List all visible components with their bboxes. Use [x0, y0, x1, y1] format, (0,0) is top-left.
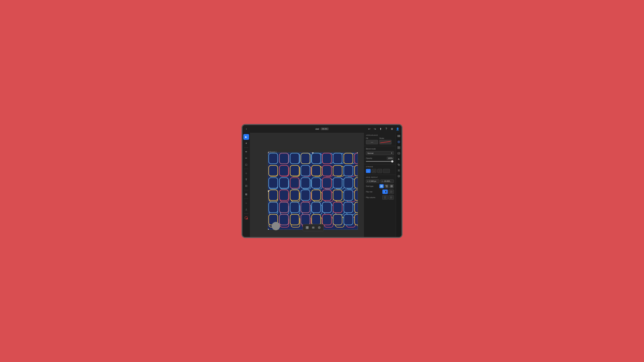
zoom-level[interactable]: 39.3% — [321, 128, 328, 130]
undo-button[interactable]: ↩ — [367, 127, 371, 131]
flip-column-row: Flip column — [366, 195, 394, 200]
svg-rect-97 — [387, 186, 388, 187]
flip-column-buttons — [382, 195, 394, 200]
stroke-solid-btn[interactable]: — — [366, 169, 371, 173]
svg-rect-31 — [312, 178, 321, 188]
svg-rect-15 — [333, 153, 342, 164]
right-panel-container: APPEARANCE Fill — Stroke — [364, 133, 402, 237]
svg-rect-83 — [306, 228, 307, 229]
adjust-tool[interactable]: ⊥ — [243, 206, 249, 212]
layers-panel-icon[interactable] — [397, 134, 401, 138]
svg-rect-20 — [290, 165, 299, 176]
text-tool[interactable]: T — [243, 177, 249, 182]
assets-panel-icon[interactable] — [397, 145, 401, 150]
svg-rect-11 — [290, 153, 299, 164]
direct-select-tool[interactable]: ✦ — [243, 140, 249, 146]
grid-type-brick-h-btn[interactable] — [384, 184, 389, 188]
canvas-area[interactable]: Artboard 1 — [250, 133, 364, 237]
stroke-dotted-btn[interactable]: ·· — [377, 169, 382, 173]
settings-button[interactable]: ⚙ — [390, 127, 394, 131]
blend-mode-value: Normal — [368, 152, 373, 154]
stroke-color-btn[interactable] — [243, 215, 249, 221]
stroke-section: STROKE — - - ·· — [364, 164, 396, 175]
appearance-section: APPEARANCE Fill — Stroke — [364, 133, 396, 146]
flip-row-flipped-btn[interactable] — [388, 190, 394, 194]
appearance-panel-icon[interactable] — [397, 140, 401, 144]
artboard-label: Artboard 1 — [268, 151, 276, 153]
svg-rect-48 — [301, 202, 310, 213]
svg-rect-50 — [322, 202, 332, 213]
stroke-red-line — [380, 141, 390, 143]
stroke-dashed-btn[interactable]: - - — [372, 169, 376, 173]
stroke-swatch[interactable] — [379, 140, 392, 144]
select-tool[interactable]: ▶ — [243, 134, 249, 140]
svg-rect-94 — [386, 185, 386, 186]
svg-rect-105 — [391, 191, 392, 193]
svg-rect-119 — [399, 148, 400, 149]
flip-column-normal-btn[interactable] — [382, 195, 388, 200]
float-action-button[interactable] — [272, 222, 280, 230]
svg-rect-44 — [354, 190, 358, 200]
more-panel-icon[interactable] — [397, 174, 401, 178]
svg-rect-27 — [269, 178, 278, 188]
opacity-slider-fill — [366, 161, 393, 162]
grid-width-input[interactable]: ⊞ 1.546 px — [366, 179, 379, 183]
grid-type-buttons — [379, 184, 394, 188]
character-panel-icon[interactable]: A — [397, 157, 401, 161]
pathfinder-panel-icon[interactable] — [397, 163, 401, 167]
help-button[interactable]: ? — [384, 127, 388, 131]
share-button[interactable]: ⬆ — [379, 127, 382, 131]
grid-width-value: 1.546 px — [369, 180, 376, 182]
image-tool[interactable]: 🖼 — [243, 192, 249, 197]
svg-rect-41 — [322, 190, 332, 200]
svg-rect-23 — [322, 165, 332, 176]
svg-rect-60 — [333, 214, 342, 225]
redo-button[interactable]: ↪ — [373, 127, 377, 131]
fill-stroke-row: Fill — Stroke — [366, 137, 394, 144]
top-bar-center: obd 39.3% — [316, 128, 329, 130]
grid-type-brick-v-btn[interactable] — [390, 184, 394, 188]
char-icon-text: A — [398, 158, 400, 160]
user-button[interactable]: 👤 — [396, 127, 400, 131]
blend-mode-select[interactable]: Normal ▾ — [366, 151, 394, 155]
grid-type-row: Grid type — [366, 184, 394, 188]
grid-height-icon: ⊟ — [382, 180, 383, 182]
opacity-slider-thumb[interactable] — [391, 160, 394, 163]
opacity-slider-track[interactable] — [366, 161, 394, 162]
toolbar-separator-1 — [244, 147, 248, 148]
svg-rect-116 — [398, 146, 399, 147]
blend-mode-chevron: ▾ — [391, 152, 392, 154]
svg-rect-30 — [301, 178, 310, 188]
stroke-value-input[interactable] — [383, 169, 390, 173]
grid-height-input[interactable]: ⊟ -10.693... — [380, 179, 394, 183]
svg-rect-117 — [399, 146, 400, 147]
svg-rect-28 — [280, 178, 288, 188]
grid-type-label: Grid type — [366, 185, 374, 187]
top-bar-left: ‹ — [244, 127, 248, 131]
bottom-grid-btn[interactable] — [305, 225, 310, 230]
artboard — [268, 152, 358, 230]
eraser-tool[interactable]: ◻ — [243, 162, 249, 167]
transform-panel-icon[interactable] — [397, 151, 401, 156]
pencil-tool[interactable]: ✏ — [243, 155, 249, 161]
svg-rect-42 — [333, 190, 342, 200]
right-panel: APPEARANCE Fill — Stroke — [364, 133, 396, 237]
minus-tool[interactable]: − — [243, 200, 249, 206]
svg-rect-109 — [390, 196, 392, 197]
bottom-appearance-btn[interactable] — [317, 225, 322, 230]
svg-rect-9 — [269, 153, 278, 164]
svg-rect-13 — [312, 153, 321, 164]
svg-rect-39 — [301, 190, 310, 200]
align-panel-icon[interactable] — [397, 168, 401, 173]
svg-rect-114 — [398, 135, 400, 136]
bottom-list-btn[interactable] — [311, 225, 316, 230]
flip-column-flipped-btn[interactable] — [388, 195, 394, 200]
fill-swatch[interactable]: — — [366, 140, 378, 144]
opacity-container: Opacity 100% — [366, 157, 394, 162]
pen-tool[interactable]: ✒ — [243, 149, 249, 155]
ellipse-tool[interactable]: ○ — [243, 170, 249, 176]
grid-type-grid-btn[interactable] — [379, 184, 384, 188]
crop-tool[interactable]: ⊡ — [243, 183, 249, 189]
flip-row-normal-btn[interactable] — [382, 190, 388, 194]
back-button[interactable]: ‹ — [244, 127, 248, 131]
